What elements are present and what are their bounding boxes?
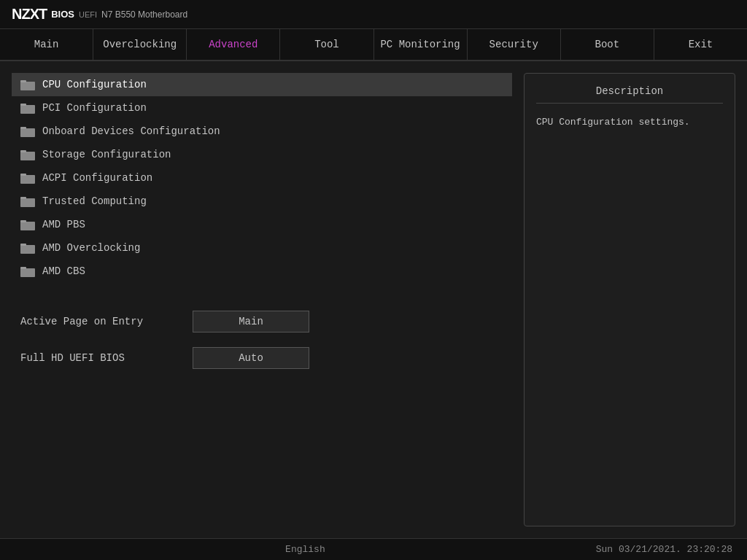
nav-item-security[interactable]: Security bbox=[468, 29, 561, 60]
folder-icon bbox=[20, 195, 35, 207]
menu-item-amd-pbs[interactable]: AMD PBS bbox=[12, 213, 512, 236]
settings-section: Active Page on EntryMainFull HD UEFI BIO… bbox=[12, 303, 512, 376]
svg-rect-3 bbox=[20, 104, 26, 106]
nav-item-exit[interactable]: Exit bbox=[654, 29, 747, 60]
menu-item-label-cpu-config: CPU Configuration bbox=[42, 79, 147, 90]
menu-item-cpu-config[interactable]: CPU Configuration bbox=[12, 73, 512, 96]
svg-rect-9 bbox=[20, 174, 26, 176]
svg-rect-16 bbox=[20, 268, 35, 277]
description-panel: Description CPU Configuration settings. bbox=[524, 73, 735, 526]
description-title: Description bbox=[536, 85, 723, 104]
folder-icon bbox=[20, 149, 35, 160]
menu-item-label-acpi-config: ACPI Configuration bbox=[42, 172, 152, 184]
svg-rect-13 bbox=[20, 220, 26, 222]
svg-rect-1 bbox=[20, 80, 26, 82]
setting-row-active-page: Active Page on EntryMain bbox=[12, 303, 512, 340]
menu-item-pci-config[interactable]: PCI Configuration bbox=[12, 96, 512, 120]
menu-item-label-amd-cbs: AMD CBS bbox=[42, 265, 85, 277]
logo-nzxt: NZXT bbox=[12, 6, 47, 23]
menu-item-label-amd-pbs: AMD PBS bbox=[42, 219, 85, 230]
svg-rect-12 bbox=[20, 222, 35, 230]
svg-rect-4 bbox=[20, 128, 35, 137]
logo-bios: BIOS bbox=[51, 9, 74, 20]
svg-rect-8 bbox=[20, 175, 35, 184]
footer-language: English bbox=[285, 544, 325, 555]
folder-icon bbox=[20, 172, 35, 184]
menu-item-label-pci-config: PCI Configuration bbox=[42, 102, 147, 114]
svg-rect-2 bbox=[20, 105, 35, 114]
setting-value-full-hd-uefi[interactable]: Auto bbox=[193, 347, 309, 369]
svg-rect-5 bbox=[20, 127, 26, 129]
menu-item-label-onboard-devices: Onboard Devices Configuration bbox=[42, 125, 220, 137]
logo-model: N7 B550 Motherboard bbox=[101, 9, 187, 20]
svg-rect-11 bbox=[20, 197, 26, 199]
menu-item-label-trusted-computing: Trusted Computing bbox=[42, 195, 147, 207]
folder-icon bbox=[20, 242, 35, 254]
svg-rect-6 bbox=[20, 152, 35, 160]
logo-area: NZXT BIOS UEFI N7 B550 Motherboard bbox=[12, 6, 187, 23]
menu-item-amd-cbs[interactable]: AMD CBS bbox=[12, 260, 512, 283]
navbar: MainOverclockingAdvancedToolPC Monitorin… bbox=[0, 29, 747, 61]
nav-item-boot[interactable]: Boot bbox=[561, 29, 654, 60]
setting-label-full-hd-uefi: Full HD UEFI BIOS bbox=[20, 352, 181, 364]
svg-rect-17 bbox=[20, 267, 26, 269]
svg-rect-7 bbox=[20, 150, 26, 152]
menu-item-acpi-config[interactable]: ACPI Configuration bbox=[12, 166, 512, 190]
svg-rect-0 bbox=[20, 82, 35, 90]
nav-item-pc-monitoring[interactable]: PC Monitoring bbox=[374, 29, 468, 60]
nav-item-overclocking[interactable]: Overclocking bbox=[93, 29, 187, 60]
nav-item-tool[interactable]: Tool bbox=[280, 29, 374, 60]
menu-item-onboard-devices[interactable]: Onboard Devices Configuration bbox=[12, 120, 512, 143]
menu-item-amd-overclocking[interactable]: AMD Overclocking bbox=[12, 236, 512, 260]
setting-label-active-page: Active Page on Entry bbox=[20, 316, 181, 327]
svg-rect-10 bbox=[20, 198, 35, 207]
svg-rect-14 bbox=[20, 245, 35, 254]
footer: English Sun 03/21/2021. 23:20:28 bbox=[0, 538, 747, 560]
menu-section: CPU Configuration PCI Configuration Onbo… bbox=[12, 73, 512, 283]
nav-item-main[interactable]: Main bbox=[0, 29, 93, 60]
footer-datetime: Sun 03/21/2021. 23:20:28 bbox=[596, 544, 732, 555]
main-content: CPU Configuration PCI Configuration Onbo… bbox=[0, 61, 747, 538]
setting-value-active-page[interactable]: Main bbox=[193, 311, 309, 332]
header: NZXT BIOS UEFI N7 B550 Motherboard bbox=[0, 0, 747, 29]
logo-uefi: UEFI bbox=[79, 10, 97, 19]
nav-item-advanced[interactable]: Advanced bbox=[187, 29, 280, 60]
folder-icon bbox=[20, 79, 35, 90]
menu-item-label-storage-config: Storage Configuration bbox=[42, 149, 171, 160]
menu-item-label-amd-overclocking: AMD Overclocking bbox=[42, 242, 140, 254]
folder-icon bbox=[20, 265, 35, 277]
svg-rect-15 bbox=[20, 244, 26, 246]
folder-icon bbox=[20, 219, 35, 230]
folder-icon bbox=[20, 125, 35, 137]
folder-icon bbox=[20, 102, 35, 114]
menu-item-storage-config[interactable]: Storage Configuration bbox=[12, 143, 512, 166]
description-text: CPU Configuration settings. bbox=[536, 115, 723, 130]
setting-row-full-hd-uefi: Full HD UEFI BIOSAuto bbox=[12, 340, 512, 376]
left-panel: CPU Configuration PCI Configuration Onbo… bbox=[12, 73, 512, 526]
menu-item-trusted-computing[interactable]: Trusted Computing bbox=[12, 190, 512, 213]
